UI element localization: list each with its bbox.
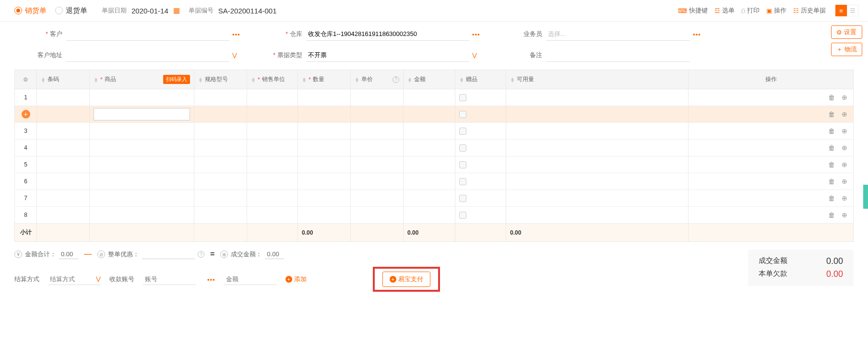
product-cell-input[interactable]	[94, 108, 190, 120]
history-icon: ☷	[793, 7, 799, 14]
logistics-button[interactable]: ＋物流	[831, 43, 862, 56]
view-compact-button[interactable]: ≡	[835, 5, 847, 16]
col-gift[interactable]: ▲▼赠品	[455, 70, 506, 89]
minus-icon: —	[84, 250, 92, 259]
invoice-type-input[interactable]	[306, 48, 469, 62]
delete-row-icon[interactable]: 🗑	[828, 127, 835, 135]
sort-icon: ▲▼	[198, 77, 203, 82]
col-spec[interactable]: ▲▼规格型号	[194, 70, 247, 89]
gift-checkbox[interactable]	[459, 128, 466, 135]
subtotal-amount: 0.00	[404, 224, 455, 241]
gift-checkbox[interactable]	[459, 195, 466, 202]
table-row[interactable]: 3🗑⊕	[15, 123, 853, 140]
row-index: 5	[24, 161, 27, 168]
summary-owed-value: 0.00	[826, 269, 843, 279]
receipt-account-input[interactable]	[143, 274, 196, 285]
view-detail-button[interactable]: ☰	[847, 5, 858, 16]
account-lookup-icon[interactable]: •••	[207, 276, 215, 283]
subtotal-label: 小计	[15, 224, 37, 241]
summary-owed-label: 本单欠款	[759, 269, 787, 279]
add-row-icon[interactable]: ⊕	[842, 194, 847, 202]
table-row[interactable]: 7🗑⊕	[15, 190, 853, 207]
discount-input[interactable]	[142, 250, 195, 259]
chevron-down-icon[interactable]: ⋁	[96, 275, 101, 282]
warehouse-lookup-icon[interactable]: •••	[472, 31, 480, 38]
customer-input[interactable]	[66, 27, 229, 41]
chevron-down-icon[interactable]: ⋁	[472, 52, 477, 59]
col-price[interactable]: ▲▼单价?	[351, 70, 404, 89]
add-row-icon[interactable]: ⊕	[842, 94, 847, 101]
print-button[interactable]: ⎙打印	[741, 6, 760, 15]
add-payment-button[interactable]: +添加	[285, 275, 307, 284]
subtotal-available: 0.00	[506, 224, 689, 241]
delete-row-icon[interactable]: 🗑	[828, 194, 835, 202]
calendar-icon[interactable]: ▦	[173, 6, 180, 15]
add-row-icon[interactable]: ⊕	[842, 127, 847, 135]
salesperson-input[interactable]	[546, 27, 690, 41]
table-row[interactable]: 4🗑⊕	[15, 140, 853, 156]
gift-checkbox[interactable]	[459, 178, 466, 185]
gift-checkbox[interactable]	[459, 144, 466, 152]
table-row[interactable]: 5🗑⊕	[15, 156, 853, 173]
delete-row-icon[interactable]: 🗑	[828, 94, 835, 101]
salesperson-lookup-icon[interactable]: •••	[693, 31, 701, 38]
customer-addr-label: 客户地址	[37, 51, 62, 59]
payment-method-input[interactable]	[48, 274, 101, 285]
add-row-icon[interactable]: ⊕	[842, 161, 847, 168]
history-button[interactable]: ☷历史单据	[793, 6, 826, 15]
sort-icon: ▲▼	[251, 77, 256, 82]
remark-input[interactable]	[546, 48, 690, 62]
table-row[interactable]: 8🗑⊕	[15, 207, 853, 224]
row-index: 7	[24, 195, 27, 202]
table-row[interactable]: 1🗑⊕	[15, 89, 853, 106]
sort-icon: ▲▼	[510, 77, 515, 82]
col-product[interactable]: ▲▼*商品扫码录入	[90, 70, 194, 89]
add-row-icon[interactable]: +	[22, 110, 30, 119]
col-sales-unit[interactable]: ▲▼*销售单位	[247, 70, 298, 89]
add-row-icon[interactable]: ⊕	[842, 211, 847, 219]
side-drawer-handle[interactable]	[863, 185, 868, 209]
salesperson-label: 业务员	[523, 30, 542, 37]
invoice-type-label: 票据类型	[277, 51, 302, 59]
shortcut-button[interactable]: ⌨快捷键	[678, 6, 708, 15]
table-row[interactable]: 6🗑⊕	[15, 173, 853, 190]
col-quantity[interactable]: ▲▼*数量	[298, 70, 351, 89]
tab-sales-order[interactable]: 销货单	[14, 6, 47, 15]
table-row[interactable]: +🗑⊕	[15, 106, 853, 123]
gift-checkbox[interactable]	[459, 111, 466, 118]
gift-checkbox[interactable]	[459, 212, 466, 219]
gift-checkbox[interactable]	[459, 161, 466, 168]
help-icon[interactable]: ?	[198, 251, 204, 258]
customer-addr-input[interactable]	[66, 48, 229, 62]
col-available[interactable]: ▲▼可用量	[506, 70, 689, 89]
sort-icon: ▲▼	[407, 77, 412, 82]
delete-row-icon[interactable]: 🗑	[828, 144, 835, 152]
yeepay-button[interactable]: +易宝支付	[382, 272, 430, 287]
delete-row-icon[interactable]: 🗑	[828, 161, 835, 168]
delete-row-icon[interactable]: 🗑	[828, 178, 835, 185]
gear-icon[interactable]: ⚙	[23, 76, 28, 83]
help-icon[interactable]: ?	[392, 76, 399, 83]
warehouse-input[interactable]	[306, 27, 469, 41]
settings-button[interactable]: ⚙设置	[831, 25, 862, 39]
payment-amount-input[interactable]	[224, 274, 277, 285]
deal-amount-value: 0.00	[265, 250, 284, 259]
add-row-icon[interactable]: ⊕	[842, 110, 847, 118]
deal-icon: ⊛	[220, 250, 228, 258]
remark-label: 备注	[530, 51, 542, 59]
select-order-button[interactable]: ☲选单	[714, 6, 735, 15]
col-barcode[interactable]: ▲▼条码	[37, 70, 90, 89]
add-row-icon[interactable]: ⊕	[842, 144, 847, 152]
customer-lookup-icon[interactable]: •••	[232, 31, 240, 38]
add-row-icon[interactable]: ⊕	[842, 178, 847, 185]
scan-input-tag[interactable]: 扫码录入	[163, 75, 190, 84]
delete-row-icon[interactable]: 🗑	[828, 211, 835, 219]
operate-button[interactable]: ▣操作	[766, 6, 786, 15]
gift-checkbox[interactable]	[459, 94, 466, 101]
chevron-down-icon[interactable]: ⋁	[232, 52, 237, 59]
delete-row-icon[interactable]: 🗑	[828, 110, 835, 118]
tab-return-order[interactable]: 退货单	[55, 6, 87, 15]
keyboard-icon: ⌨	[678, 7, 687, 14]
col-amount[interactable]: ▲▼金额	[404, 70, 455, 89]
date-value[interactable]: 2020-01-14	[131, 7, 168, 15]
